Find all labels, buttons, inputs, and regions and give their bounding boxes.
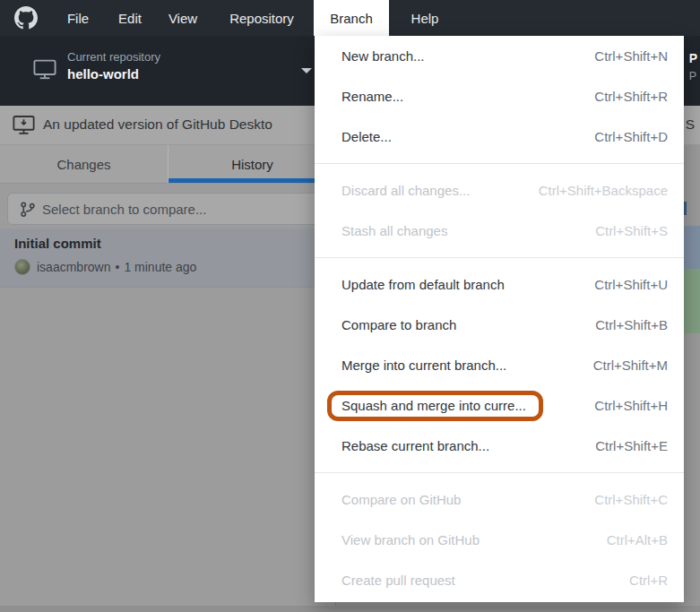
menubar-item-edit[interactable]: Edit [104, 0, 156, 36]
menu-separator [315, 163, 684, 164]
menu-item-label: Compare on GitHub [341, 492, 461, 507]
publish-sub-fragment: P [689, 68, 697, 84]
history-sidebar: Changes History Initial commit [0, 145, 336, 612]
sidebar-tabbar: Changes History [0, 145, 336, 184]
menu-item-shortcut: Ctrl+Alt+B [607, 532, 668, 547]
update-banner-fragment: S [686, 116, 695, 133]
menu-item-rebase-current-branch[interactable]: Rebase current branch... Ctrl+Shift+E [315, 426, 684, 466]
menu-item-shortcut: Ctrl+Shift+M [593, 358, 668, 373]
commit-time: 1 minute ago [124, 260, 196, 274]
menu-item-shortcut: Ctrl+Shift+S [595, 223, 668, 238]
menu-item-compare-to-branch[interactable]: Compare to branch Ctrl+Shift+B [315, 305, 684, 345]
menubar: File Edit View Repository Branch Help [0, 0, 700, 36]
compare-branch-box[interactable] [7, 193, 325, 225]
tab-changes[interactable]: Changes [0, 145, 168, 183]
menu-item-shortcut: Ctrl+Shift+Backspace [539, 183, 668, 198]
menu-item-shortcut: Ctrl+Shift+B [595, 317, 668, 332]
menu-item-label: Merge into current branch... [341, 358, 506, 373]
menu-item-shortcut: Ctrl+Shift+R [594, 89, 668, 104]
menu-item-label: View branch on GitHub [341, 532, 480, 547]
github-desktop-window: File Edit View Repository Branch Help Cu… [0, 0, 700, 612]
tab-history[interactable]: History [168, 145, 336, 183]
publish-title-fragment: P [689, 49, 697, 68]
compare-branch-input[interactable] [42, 194, 311, 224]
menubar-item-help[interactable]: Help [389, 0, 461, 36]
commit-list-item[interactable]: Initial commit isaacmbrown • 1 minute ag… [0, 228, 336, 288]
menu-item-label: Rename... [341, 89, 403, 104]
menu-item-label: Delete... [341, 129, 392, 144]
menu-item-label: Compare to branch [341, 317, 456, 332]
menu-item-shortcut: Ctrl+Shift+H [594, 398, 668, 413]
current-repository-button[interactable]: Current repository hello-world [0, 36, 315, 106]
active-tab-underline [169, 178, 336, 183]
menu-item-shortcut: Ctrl+Shift+N [594, 48, 668, 64]
desktop-download-icon [13, 115, 35, 136]
menu-item-label: Update from default branch [341, 277, 505, 292]
tab-history-label: History [231, 157, 273, 172]
menu-item-label: Stash all changes [341, 223, 447, 238]
menu-item-discard-all-changes: Discard all changes... Ctrl+Shift+Backsp… [315, 170, 684, 211]
branch-menu: New branch... Ctrl+Shift+N Rename... Ctr… [315, 36, 684, 602]
chevron-down-icon [301, 68, 312, 73]
current-repository-name: hello-world [67, 65, 160, 83]
bottom-edge-strip [0, 606, 700, 612]
menu-item-update-from-default-branch[interactable]: Update from default branch Ctrl+Shift+U [315, 264, 684, 305]
commit-author-avatar [14, 259, 30, 275]
menubar-item-repository[interactable]: Repository [210, 0, 314, 36]
current-repository-label: Current repository [67, 49, 160, 65]
menu-item-label: New branch... [341, 48, 425, 64]
menu-item-create-pull-request: Create pull request Ctrl+R [315, 560, 684, 600]
github-logo-icon [0, 0, 52, 36]
menu-item-delete[interactable]: Delete... Ctrl+Shift+D [315, 116, 684, 157]
menu-item-view-branch-on-github: View branch on GitHub Ctrl+Alt+B [315, 520, 684, 560]
annotation-highlight: Squash and merge into curre... [327, 391, 543, 421]
menu-item-shortcut: Ctrl+Shift+C [594, 492, 668, 507]
menu-item-label: Rebase current branch... [341, 438, 489, 453]
menu-item-shortcut: Ctrl+R [629, 573, 668, 588]
update-banner-text: An updated version of GitHub Deskto [43, 116, 272, 133]
commit-meta-dot: • [115, 260, 119, 274]
tab-changes-label: Changes [56, 157, 110, 172]
menu-item-compare-on-github: Compare on GitHub Ctrl+Shift+C [315, 479, 684, 520]
menu-item-rename[interactable]: Rename... Ctrl+Shift+R [315, 76, 684, 116]
menu-item-merge-into-current-branch[interactable]: Merge into current branch... Ctrl+Shift+… [315, 345, 684, 385]
github-octocat-icon [14, 6, 38, 30]
menu-item-stash-all-changes: Stash all changes Ctrl+Shift+S [315, 211, 684, 251]
menu-item-new-branch[interactable]: New branch... Ctrl+Shift+N [315, 36, 684, 76]
menu-separator [315, 257, 684, 258]
menu-item-label: Discard all changes... [341, 183, 470, 198]
menubar-item-branch[interactable]: Branch [314, 0, 389, 36]
git-branch-icon [20, 201, 36, 218]
menu-item-shortcut: Ctrl+Shift+U [594, 277, 668, 292]
menu-separator [315, 472, 684, 473]
menubar-item-file[interactable]: File [52, 0, 104, 36]
publish-repository-button[interactable]: P P [689, 49, 697, 84]
menubar-item-view[interactable]: View [156, 0, 210, 36]
device-desktop-icon [33, 59, 56, 81]
menu-item-shortcut: Ctrl+Shift+E [595, 438, 668, 453]
commit-title: Initial commit [14, 236, 101, 251]
menu-item-label: Create pull request [341, 573, 455, 588]
commit-author: isaacmbrown [37, 260, 110, 274]
menu-item-label: Squash and merge into curre... [341, 398, 526, 413]
menu-item-shortcut: Ctrl+Shift+D [594, 129, 668, 144]
menu-item-squash-and-merge[interactable]: Squash and merge into curre... Ctrl+Shif… [315, 385, 684, 426]
